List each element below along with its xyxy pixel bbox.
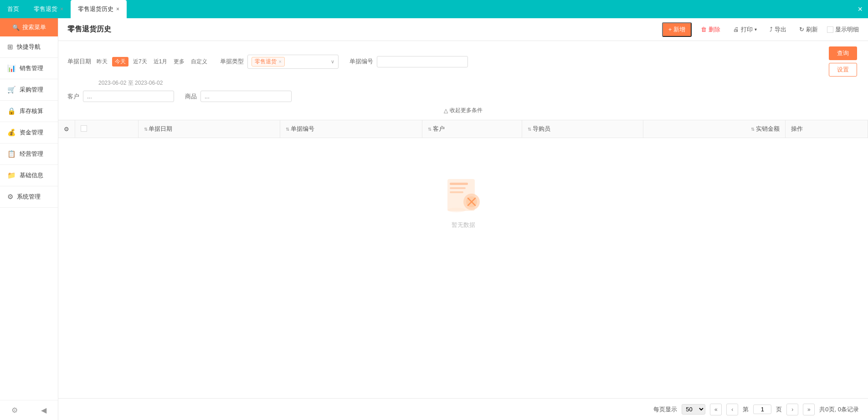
table-wrap: ⚙ ⇅ 单据日期 ⇅ 单据编号 <box>58 120 868 398</box>
operations-icon: 📋 <box>7 150 16 158</box>
search-icon: 🔍 <box>12 24 20 31</box>
filter-row-1: 单据日期 昨天 今天 近7天 近1月 更多 自定义 单据类型 <box>67 46 859 77</box>
collapse-button[interactable]: △ 收起更多条件 <box>67 107 859 114</box>
page-size-label: 每页显示 <box>653 405 677 414</box>
type-tags: 零售退货 × <box>252 57 284 67</box>
filter-area: 单据日期 昨天 今天 近7天 近1月 更多 自定义 单据类型 <box>58 41 868 120</box>
empty-text: 暂无数据 <box>452 221 475 229</box>
filter-settings-button[interactable]: 设置 <box>829 63 857 77</box>
sidebar-search[interactable]: 🔍 搜索菜单 <box>0 18 58 36</box>
shortcut-yesterday[interactable]: 昨天 <box>95 57 109 67</box>
sidebar-item-sales-mgmt[interactable]: 📊 销售管理 <box>0 58 58 79</box>
top-nav: 首页 零售退货 × 零售退货历史 × × <box>0 0 868 18</box>
customer-input[interactable] <box>83 91 174 102</box>
shortcut-7days[interactable]: 近7天 <box>131 57 149 67</box>
goods-input[interactable] <box>200 91 292 102</box>
settings-gear-icon[interactable]: ⚙ <box>11 406 18 415</box>
filter-right-buttons: 查询 设置 <box>829 46 859 77</box>
last-page-button[interactable]: » <box>803 404 815 415</box>
svg-point-8 <box>447 208 466 212</box>
type-tag-remove[interactable]: × <box>278 59 281 64</box>
header-checkbox[interactable] <box>81 125 87 132</box>
collapse-sidebar-icon[interactable]: ◀ <box>41 406 46 415</box>
total-info: 共0页, 0条记录 <box>819 405 859 414</box>
prev-page-button[interactable]: ‹ <box>726 404 738 415</box>
page-label: 第 <box>743 405 749 414</box>
collapse-icon: △ <box>444 108 448 114</box>
print-chevron-icon: ▾ <box>755 27 757 32</box>
purchase-icon: 🛒 <box>7 86 16 94</box>
tab-retail-return-history-close[interactable]: × <box>116 6 119 12</box>
col-action: 操作 <box>785 120 868 138</box>
sort-date-icon: ⇅ <box>144 127 149 132</box>
date-filter-field: 单据日期 昨天 今天 近7天 近1月 更多 自定义 <box>67 57 209 67</box>
print-button[interactable]: 🖨 打印 ▾ <box>729 24 760 36</box>
tab-retail-return-close[interactable]: × <box>60 6 63 12</box>
sidebar-item-operations[interactable]: 📋 经营管理 <box>0 143 58 165</box>
quick-nav-icon: ⊞ <box>7 43 13 51</box>
sidebar-item-inventory[interactable]: 🔒 库存核算 <box>0 101 58 122</box>
query-button[interactable]: 查询 <box>829 46 857 60</box>
empty-state: 暂无数据 <box>58 138 868 266</box>
refresh-button[interactable]: ↻ 刷新 <box>796 24 822 36</box>
col-guide[interactable]: ⇅ 导购员 <box>522 120 643 138</box>
svg-rect-3 <box>450 191 463 193</box>
sort-guide-icon: ⇅ <box>528 127 533 132</box>
customer-filter-field: 客户 <box>67 91 174 102</box>
type-filter-field: 单据类型 零售退货 × ∨ <box>220 55 339 69</box>
main-content: 零售退货历史 + 新增 🗑 删除 🖨 打印 ▾ ⤴ 导出 ↻ <box>58 18 868 420</box>
pagination-bar: 每页显示 50 20 100 « ‹ 第 页 › » 共0页, 0条记录 <box>58 398 868 420</box>
page-number-input[interactable] <box>753 405 771 414</box>
delete-icon: 🗑 <box>701 26 707 33</box>
show-detail-label: 显示明细 <box>827 26 859 34</box>
tab-retail-return[interactable]: 零售退货 × <box>26 0 71 18</box>
col-checkbox[interactable] <box>75 120 139 138</box>
shortcut-more[interactable]: 更多 <box>172 57 186 67</box>
show-detail-checkbox[interactable] <box>827 26 833 33</box>
tab-retail-return-history[interactable]: 零售退货历史 × <box>71 0 127 18</box>
top-nav-right: × <box>858 5 868 14</box>
shortcut-today[interactable]: 今天 <box>112 57 128 67</box>
sidebar: 🔍 搜索菜单 ⊞ 快捷导航 📊 销售管理 🛒 采购管理 🔒 库存核算 💰 资金管… <box>0 18 58 420</box>
col-amount[interactable]: ⇅ 实销金额 <box>643 120 786 138</box>
sort-amount-icon: ⇅ <box>751 127 756 132</box>
sidebar-item-system-mgmt[interactable]: ⚙ 系统管理 <box>0 186 58 208</box>
svg-rect-2 <box>450 187 466 189</box>
sidebar-item-purchase-mgmt[interactable]: 🛒 采购管理 <box>0 79 58 101</box>
col-date[interactable]: ⇅ 单据日期 <box>138 120 280 138</box>
date-shortcuts: 昨天 今天 近7天 近1月 更多 自定义 <box>95 57 209 67</box>
goods-filter-field: 商品 <box>185 91 292 102</box>
first-page-button[interactable]: « <box>710 404 722 415</box>
sidebar-item-basic-info[interactable]: 📁 基础信息 <box>0 165 58 186</box>
col-gear[interactable]: ⚙ <box>58 120 75 138</box>
sort-customer-icon: ⇅ <box>428 127 433 132</box>
shortcut-custom[interactable]: 自定义 <box>189 57 209 67</box>
main-layout: 🔍 搜索菜单 ⊞ 快捷导航 📊 销售管理 🛒 采购管理 🔒 库存核算 💰 资金管… <box>0 18 868 420</box>
page-size-select[interactable]: 50 20 100 <box>682 404 705 415</box>
finance-icon: 💰 <box>7 128 16 137</box>
basic-info-icon: 📁 <box>7 171 16 179</box>
shortcut-1month[interactable]: 近1月 <box>152 57 169 67</box>
window-close-icon[interactable]: × <box>858 5 863 14</box>
sidebar-item-quick-nav[interactable]: ⊞ 快捷导航 <box>0 36 58 58</box>
new-button[interactable]: + 新增 <box>662 22 692 37</box>
col-customer[interactable]: ⇅ 客户 <box>422 120 522 138</box>
system-icon: ⚙ <box>7 193 13 201</box>
table-header: ⚙ ⇅ 单据日期 ⇅ 单据编号 <box>58 120 868 138</box>
delete-button[interactable]: 🗑 删除 <box>697 24 724 36</box>
next-page-button[interactable]: › <box>786 404 798 415</box>
col-number[interactable]: ⇅ 单据编号 <box>280 120 422 138</box>
filter-row-2: 客户 商品 <box>67 91 859 102</box>
type-select[interactable]: 零售退货 × ∨ <box>247 55 339 69</box>
svg-rect-1 <box>450 183 468 185</box>
tab-home[interactable]: 首页 <box>0 0 26 18</box>
inventory-icon: 🔒 <box>7 107 16 115</box>
sidebar-item-finance[interactable]: 💰 资金管理 <box>0 122 58 143</box>
sort-number-icon: ⇅ <box>286 127 291 132</box>
number-filter-field: 单据编号 <box>349 56 468 67</box>
date-range-display: 2023-06-02 至 2023-06-02 <box>98 80 163 86</box>
number-input[interactable] <box>377 56 468 67</box>
type-chevron-icon: ∨ <box>331 59 334 65</box>
data-table: ⚙ ⇅ 单据日期 ⇅ 单据编号 <box>58 120 868 138</box>
export-button[interactable]: ⤴ 导出 <box>766 24 790 36</box>
